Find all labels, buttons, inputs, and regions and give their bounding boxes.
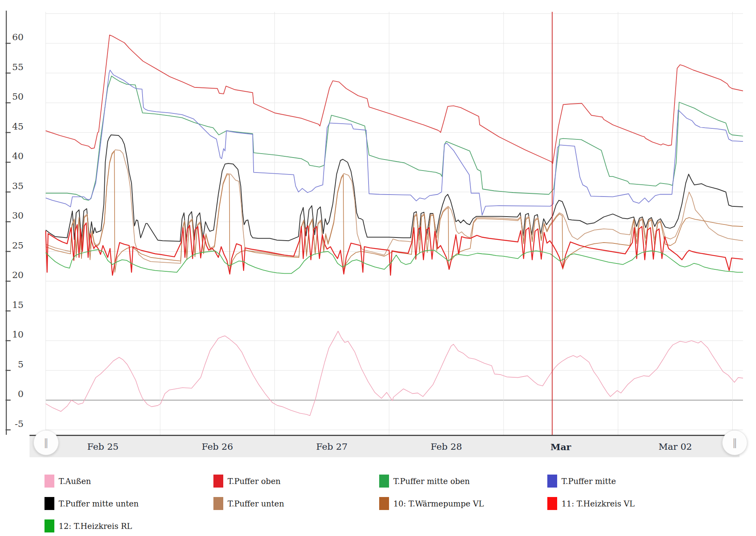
series-line-t-puffer-oben <box>46 35 743 163</box>
y-tick-label: -5 <box>15 419 24 429</box>
y-tick-label: 25 <box>12 240 24 250</box>
legend-item-5[interactable]: T.Puffer mitte unten <box>44 497 139 510</box>
series-line-t-au-en <box>46 331 743 416</box>
legend-label: 10: T.Wärmepumpe VL <box>393 499 484 508</box>
y-tick-label: 40 <box>12 151 24 161</box>
y-tick-label: 45 <box>12 121 24 132</box>
legend-swatch-icon <box>44 475 54 488</box>
time-scrollbar[interactable]: Feb 25Feb 26Feb 27Feb 28MarMar 02 <box>30 435 739 457</box>
legend-swatch-icon <box>379 497 389 510</box>
y-tick-label: 0 <box>18 389 24 399</box>
y-tick-label: 55 <box>12 62 24 72</box>
series-line-11-t-heizkreis-vl <box>46 223 743 275</box>
y-tick-label: 5 <box>18 359 24 369</box>
legend-swatch-icon <box>44 519 54 532</box>
legend-item-9[interactable]: 12: T.Heizkreis RL <box>44 519 132 532</box>
y-tick-label: 50 <box>12 91 24 102</box>
y-tick-label: 35 <box>12 181 24 191</box>
series-line-t-puffer-mitte-oben <box>46 76 743 200</box>
series-line-t-puffer-unten <box>46 150 743 263</box>
legend-swatch-icon <box>547 475 557 488</box>
chart-canvas[interactable]: 605550454035302520151050-5 <box>0 0 756 435</box>
legend-item-3[interactable]: T.Puffer mitte oben <box>379 475 470 488</box>
series-line-t-puffer-mitte <box>46 70 743 215</box>
y-tick-label: 20 <box>12 270 24 280</box>
x-date-label: Feb 28 <box>431 441 462 452</box>
legend-label: T.Außen <box>59 477 91 486</box>
legend-swatch-icon <box>213 475 223 488</box>
scrollbar-handle-right[interactable]: ‖ <box>722 430 747 455</box>
x-date-label: Mar <box>550 441 571 452</box>
drag-handle-icon: ‖ <box>732 437 737 448</box>
y-tick-label: 15 <box>12 300 24 310</box>
legend-swatch-icon <box>379 475 389 488</box>
legend-label: T.Puffer oben <box>228 477 281 486</box>
legend-item-2[interactable]: T.Puffer oben <box>213 475 281 488</box>
legend-label: T.Puffer unten <box>228 499 284 508</box>
legend-item-4[interactable]: T.Puffer mitte <box>547 475 616 488</box>
y-tick-label: 60 <box>12 32 24 42</box>
x-date-label: Feb 25 <box>87 441 119 452</box>
legend-item-6[interactable]: T.Puffer unten <box>213 497 284 510</box>
y-tick-label: 30 <box>12 210 24 221</box>
chart-page: 605550454035302520151050-5 Feb 25Feb 26F… <box>0 0 756 536</box>
drag-handle-icon: ‖ <box>44 437 48 448</box>
x-date-label: Mar 02 <box>659 441 692 452</box>
legend-label: 11: T.Heizkreis VL <box>561 499 635 508</box>
legend-item-1[interactable]: T.Außen <box>44 475 91 488</box>
legend-swatch-icon <box>213 497 223 510</box>
legend-label: T.Puffer mitte <box>561 477 616 486</box>
legend-item-8[interactable]: 11: T.Heizkreis VL <box>547 497 635 510</box>
x-date-label: Feb 27 <box>316 441 348 452</box>
legend-label: T.Puffer mitte unten <box>59 499 139 508</box>
legend-label: 12: T.Heizkreis RL <box>59 521 132 531</box>
y-tick-label: 10 <box>12 329 24 339</box>
legend-item-7[interactable]: 10: T.Wärmepumpe VL <box>379 497 484 510</box>
x-date-label: Feb 26 <box>202 441 233 452</box>
legend-label: T.Puffer mitte oben <box>393 477 470 486</box>
legend-swatch-icon <box>44 497 54 510</box>
legend-swatch-icon <box>547 497 557 510</box>
scrollbar-handle-left[interactable]: ‖ <box>33 430 59 455</box>
